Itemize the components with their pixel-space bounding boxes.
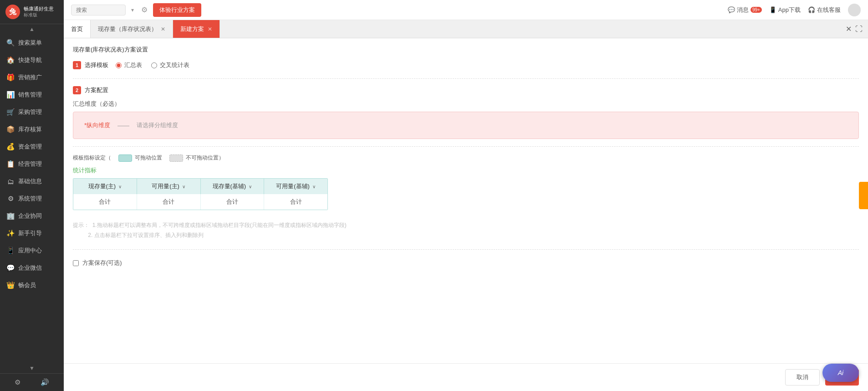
stats-col-2-chevron[interactable]: ∨	[182, 184, 185, 189]
stats-col-3[interactable]: 现存量(基辅) ∨	[201, 179, 265, 194]
home-icon: 🏠	[6, 56, 15, 64]
tab-new-plan[interactable]: 新建方案 ✕	[173, 20, 220, 38]
sidebar-item-inventory[interactable]: 📦 库存核算	[0, 121, 64, 138]
cancel-button[interactable]: 取消	[785, 369, 820, 386]
section-plan-config: 2 方案配置 汇总维度（必选） *纵向维度 —— 请选择分组维度 模板指标设定（	[73, 86, 859, 240]
customer-service-button[interactable]: 🎧 在线客服	[808, 6, 841, 14]
avatar[interactable]	[848, 4, 861, 16]
search-chevron-icon[interactable]: ▾	[131, 7, 134, 13]
sidebar-item-sales[interactable]: 📊 销售管理	[0, 86, 64, 103]
indicator-legend: 模板指标设定（ 可拖动位置 不可拖动位置）	[73, 154, 859, 162]
sidebar-item-operations-label: 经营管理	[18, 160, 42, 168]
sidebar-item-app-center[interactable]: 📱 应用中心	[0, 242, 64, 259]
search-icon: 🔍	[6, 39, 15, 47]
message-button[interactable]: 💬 消息 99+	[728, 6, 762, 14]
radio-summary-input[interactable]	[116, 62, 122, 68]
sidebar-item-search[interactable]: 🔍 搜索菜单	[0, 34, 64, 51]
radio-cross[interactable]: 交叉统计表	[151, 61, 189, 69]
enterprise-icon: 🏢	[6, 212, 15, 220]
tabbar-right: ✕ ⛶	[840, 20, 868, 38]
sidebar-item-operations[interactable]: 📋 经营管理	[0, 155, 64, 173]
stats-col-1-chevron[interactable]: ∨	[118, 184, 122, 189]
app-download-label: App下载	[778, 6, 801, 14]
stats-cell-1-1: 合计	[73, 194, 137, 210]
stats-col-2-label: 可用量(主)	[152, 182, 179, 190]
sidebar-item-new-guide[interactable]: ✨ 新手引导	[0, 225, 64, 242]
stats-col-3-chevron[interactable]: ∨	[249, 184, 252, 189]
divider-2	[73, 146, 859, 147]
sidebar-scroll-up[interactable]: ▲	[0, 24, 64, 34]
sidebar-item-basic-info[interactable]: 🗂 基础信息	[0, 173, 64, 190]
section1-header: 1 选择模板 汇总表 交叉统计表	[73, 61, 859, 69]
stats-col-1[interactable]: 现存量(主) ∨	[73, 179, 137, 194]
ai-float-label: Ai	[838, 369, 843, 376]
action-bar: 取消 查询	[64, 363, 868, 391]
sidebar-item-finance[interactable]: 💰 资金管理	[0, 138, 64, 155]
sidebar-item-system-label: 系统管理	[18, 195, 42, 203]
stats-col-2[interactable]: 可用量(主) ∨	[137, 179, 201, 194]
new-guide-icon: ✨	[6, 229, 15, 237]
sidebar-footer: ⚙ 🔊	[0, 373, 64, 391]
sidebar-item-system[interactable]: ⚙ 系统管理	[0, 190, 64, 207]
sidebar-item-inventory-label: 库存核算	[18, 125, 42, 134]
tab-inventory-status-close-icon[interactable]: ✕	[161, 26, 165, 32]
stats-col-4-chevron[interactable]: ∨	[312, 184, 316, 189]
app-download-button[interactable]: 📱 App下载	[769, 6, 801, 14]
radio-cross-label: 交叉统计表	[160, 61, 189, 69]
member-icon: 👑	[6, 281, 15, 289]
sidebar-item-member[interactable]: 👑 畅会员	[0, 277, 64, 294]
close-window-icon[interactable]: ✕	[846, 25, 852, 33]
non-draggable-legend-box	[169, 154, 183, 162]
logo-icon: 兔	[5, 5, 20, 19]
tips-title: 提示： 1.拖动标题栏可以调整布局，不可跨维度或指标区域拖动栏目字段(只能在同一…	[73, 221, 859, 231]
radio-summary[interactable]: 汇总表	[116, 61, 142, 69]
stats-col-4[interactable]: 可用量(基辅) ∨	[264, 179, 327, 194]
sidebar-item-search-label: 搜索菜单	[18, 39, 42, 47]
sidebar-item-wechat[interactable]: 💬 企业微信	[0, 259, 64, 277]
dimension-placeholder: 请选择分组维度	[137, 121, 178, 129]
ai-float-button[interactable]: Ai	[822, 364, 859, 382]
divider-1	[73, 78, 859, 79]
sidebar-item-basic-info-label: 基础信息	[18, 177, 42, 185]
tab-new-plan-close-icon[interactable]: ✕	[208, 26, 212, 32]
sidebar-item-marketing[interactable]: 🎁 营销推广	[0, 69, 64, 86]
sidebar-item-member-label: 畅会员	[18, 281, 36, 289]
section2-num: 2	[73, 86, 81, 94]
sidebar-item-finance-label: 资金管理	[18, 143, 42, 151]
radio-summary-label: 汇总表	[124, 61, 142, 69]
stats-title: 统计指标	[73, 166, 859, 175]
expand-window-icon[interactable]: ⛶	[855, 25, 863, 33]
basic-info-icon: 🗂	[6, 177, 15, 185]
audio-footer-icon[interactable]: 🔊	[41, 378, 49, 386]
section2-header: 2 方案配置	[73, 86, 859, 94]
radio-cross-input[interactable]	[151, 62, 157, 68]
tab-home-label: 首页	[71, 25, 83, 33]
sidebar-item-enterprise[interactable]: 🏢 企业协同	[0, 207, 64, 225]
industry-plan-button[interactable]: 体验行业方案	[153, 3, 201, 17]
dimension-dash: ——	[117, 122, 129, 129]
search-input[interactable]	[71, 5, 126, 15]
right-edge-bar[interactable]	[859, 182, 868, 209]
sidebar-item-quick-nav[interactable]: 🏠 快捷导航	[0, 51, 64, 69]
sidebar-scroll-down[interactable]: ▼	[0, 363, 64, 373]
gift-icon: 🎁	[6, 73, 15, 82]
tab-inventory-status[interactable]: 现存量（库存状况表） ✕	[91, 20, 173, 38]
customer-service-icon: 🎧	[808, 6, 815, 13]
page-title: 现存量(库存状况表)方案设置	[73, 46, 859, 54]
save-option-checkbox[interactable]	[73, 260, 79, 266]
stats-table: 现存量(主) ∨ 可用量(主) ∨ 现存量(基辅) ∨ 可用量(基辅)	[73, 178, 328, 210]
sidebar-item-purchase-label: 采购管理	[18, 108, 42, 116]
topbar-gear-icon[interactable]: ⚙	[141, 5, 148, 14]
content-area: 现存量(库存状况表)方案设置 1 选择模板 汇总表 交叉统计表	[64, 38, 868, 363]
dimension-box[interactable]: *纵向维度 —— 请选择分组维度	[73, 112, 859, 139]
app-download-icon: 📱	[769, 6, 776, 13]
sidebar-item-purchase[interactable]: 🛒 采购管理	[0, 103, 64, 121]
draggable-label: 可拖动位置	[135, 154, 162, 162]
customer-service-label: 在线客服	[817, 6, 841, 14]
dimension-config: 汇总维度（必选） *纵向维度 —— 请选择分组维度	[73, 100, 859, 139]
draggable-legend-box	[118, 154, 132, 162]
tab-inventory-status-label: 现存量（库存状况表）	[98, 25, 157, 33]
app-name: 畅康通好生意	[24, 5, 54, 12]
settings-footer-icon[interactable]: ⚙	[15, 378, 20, 386]
tab-home[interactable]: 首页	[64, 20, 91, 38]
